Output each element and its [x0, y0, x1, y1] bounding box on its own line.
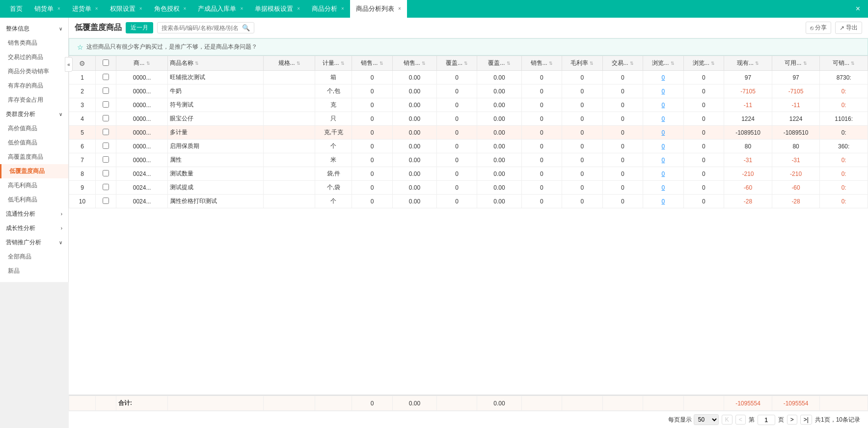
col-header-sales-amt[interactable]: 销售... ⇅ — [392, 56, 436, 71]
sidebar-item-high-coverage[interactable]: 高覆盖度商品 — [0, 150, 68, 164]
col-header-code[interactable]: 商... ⇅ — [116, 56, 168, 71]
sidebar-item-high-profit[interactable]: 高毛利商品 — [0, 178, 68, 193]
col-header-check[interactable] — [96, 56, 116, 71]
time-filter-button[interactable]: 近一月 — [126, 22, 153, 33]
row-gross-rate: 0 — [562, 85, 603, 98]
col-header-cov-cust[interactable]: 覆盖... ⇅ — [436, 56, 477, 71]
row-unit: 个,包 — [315, 85, 352, 98]
row-browse2: 0 — [683, 195, 724, 208]
row-checkbox[interactable] — [96, 85, 116, 98]
sidebar-item-low-profit[interactable]: 低毛利商品 — [0, 193, 68, 207]
close-icon[interactable]: × — [398, 0, 401, 18]
sidebar-section-marketing[interactable]: 营销推广分析 ∨ — [0, 235, 68, 250]
row-gross-rate: 0 — [562, 112, 603, 126]
col-header-trans[interactable]: 交易... ⇅ — [602, 56, 643, 71]
row-checkbox[interactable] — [96, 181, 116, 195]
sidebar-item-stocked-goods[interactable]: 有库存的商品 — [0, 79, 68, 93]
col-header-settings[interactable]: ⚙ — [69, 56, 96, 71]
sidebar-item-new-goods[interactable]: 新品 — [0, 264, 68, 278]
nav-template-settings[interactable]: 单据模板设置 × — [249, 0, 306, 18]
sidebar-item-low-coverage[interactable]: 低覆盖度商品 — [0, 164, 68, 178]
row-checkbox[interactable] — [96, 112, 116, 126]
sidebar-item-stock-capital[interactable]: 库存资金占用 — [0, 93, 68, 107]
row-checkbox[interactable] — [96, 71, 116, 85]
col-header-sales-days[interactable]: 销售... ⇅ — [521, 56, 562, 71]
search-icon[interactable]: 🔍 — [242, 24, 250, 31]
sidebar-item-traded-goods[interactable]: 交易过的商品 — [0, 50, 68, 64]
first-page-button[interactable]: K — [722, 415, 732, 425]
col-header-sales-qty[interactable]: 销售... ⇅ — [352, 56, 393, 71]
data-table-wrapper: ⚙ 商... ⇅ 商品名称 ⇅ — [69, 56, 868, 395]
col-header-browse2[interactable]: 浏览... ⇅ — [683, 56, 724, 71]
sidebar-item-high-value[interactable]: 高价值商品 — [0, 121, 68, 136]
sidebar-item-sales-goods[interactable]: 销售类商品 — [0, 36, 68, 50]
row-browse1[interactable]: 0 — [643, 140, 684, 153]
row-sales-qty: 0 — [352, 195, 393, 208]
sidebar-item-low-value[interactable]: 低价值商品 — [0, 136, 68, 150]
row-browse1[interactable]: 0 — [643, 98, 684, 112]
export-button[interactable]: ↗ 导出 — [835, 22, 862, 34]
nav-product-inbound[interactable]: 产成品入库单 × — [192, 0, 249, 18]
nav-purchase-order[interactable]: 进货单 × — [66, 0, 104, 18]
row-browse1[interactable]: 0 — [643, 85, 684, 98]
col-header-name[interactable]: 商品名称 ⇅ — [168, 56, 264, 71]
row-checkbox[interactable] — [96, 140, 116, 153]
select-all-checkbox[interactable] — [103, 59, 109, 66]
nav-role-auth[interactable]: 角色授权 × — [148, 0, 192, 18]
close-icon[interactable]: × — [184, 0, 187, 18]
search-input[interactable] — [162, 25, 240, 31]
sort-icon: ⇅ — [549, 61, 553, 66]
nav-goods-analysis-list[interactable]: 商品分析列表 × — [350, 0, 407, 18]
row-browse1[interactable]: 0 — [643, 167, 684, 181]
sidebar-section-growth[interactable]: 成长性分析 › — [0, 221, 68, 235]
nav-permission-settings[interactable]: 权限设置 × — [104, 0, 148, 18]
col-header-avail[interactable]: 可用... ⇅ — [772, 56, 820, 71]
page-number-input[interactable] — [758, 415, 775, 425]
row-checkbox[interactable] — [96, 126, 116, 140]
gear-icon[interactable]: ⚙ — [79, 59, 85, 67]
nav-goods-analysis[interactable]: 商品分析 × — [306, 0, 350, 18]
col-header-saleable[interactable]: 可销... ⇅ — [820, 56, 868, 71]
nav-home[interactable]: 首页 — [4, 0, 28, 18]
row-checkbox[interactable] — [96, 195, 116, 208]
share-button[interactable]: ⎋ 分享 — [806, 22, 831, 34]
sidebar-section-group-analysis[interactable]: 类群度分析 ∨ — [0, 107, 68, 121]
col-header-unit[interactable]: 计量... ⇅ — [315, 56, 352, 71]
row-stock: -7105 — [724, 85, 772, 98]
col-header-stock[interactable]: 现有... ⇅ — [724, 56, 772, 71]
sidebar-section-liquidity[interactable]: 流通性分析 › — [0, 207, 68, 221]
sidebar-item-all-goods[interactable]: 全部商品 — [0, 250, 68, 264]
sidebar-section-overview[interactable]: 整体信息 ∨ — [0, 22, 68, 36]
row-checkbox[interactable] — [96, 153, 116, 167]
page-size-select[interactable]: 50 20 100 200 — [694, 414, 719, 425]
close-icon[interactable]: × — [57, 0, 60, 18]
prev-page-button[interactable]: < — [735, 415, 746, 425]
row-browse1[interactable]: 0 — [643, 195, 684, 208]
row-browse1[interactable]: 0 — [643, 112, 684, 126]
close-icon[interactable]: × — [240, 0, 243, 18]
close-icon[interactable]: × — [341, 0, 344, 18]
close-icon[interactable]: × — [297, 0, 300, 18]
chevron-right-icon: › — [61, 211, 62, 217]
row-gross-rate: 0 — [562, 126, 603, 140]
col-header-gross[interactable]: 毛利率 ⇅ — [562, 56, 603, 71]
row-checkbox[interactable] — [96, 98, 116, 112]
sidebar-collapse-button[interactable]: « — [65, 57, 73, 72]
close-icon[interactable]: × — [95, 0, 98, 18]
row-browse1[interactable]: 0 — [643, 153, 684, 167]
close-icon[interactable]: × — [139, 0, 142, 18]
last-page-button[interactable]: >| — [800, 415, 812, 425]
col-header-browse1[interactable]: 浏览... ⇅ — [643, 56, 684, 71]
row-browse1[interactable]: 0 — [643, 181, 684, 195]
next-page-button[interactable]: > — [787, 415, 797, 425]
row-browse1[interactable]: 0 — [643, 71, 684, 85]
sidebar-item-category-rate[interactable]: 商品分类动销率 — [0, 64, 68, 79]
row-saleable: 0: — [820, 181, 868, 195]
nav-sales-order[interactable]: 销货单 × — [28, 0, 66, 18]
sort-icon: ⇅ — [755, 61, 759, 66]
row-checkbox[interactable] — [96, 167, 116, 181]
col-header-spec[interactable]: 规格... ⇅ — [264, 56, 315, 71]
row-browse1[interactable]: 0 — [643, 126, 684, 140]
window-close-button[interactable]: × — [852, 4, 864, 13]
col-header-cov-rate[interactable]: 覆盖... ⇅ — [477, 56, 521, 71]
